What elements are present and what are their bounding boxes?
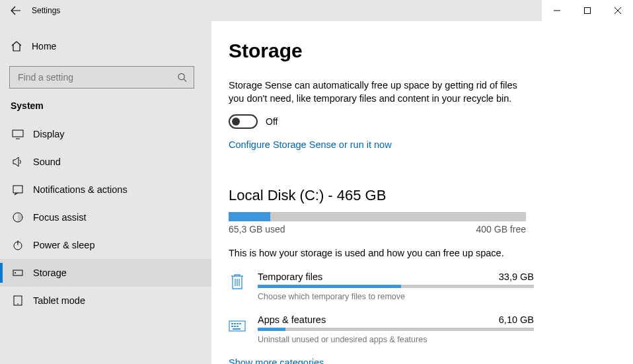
svg-rect-15 [231, 326, 233, 327]
sidebar-item-label: Tablet mode [33, 295, 85, 306]
toggle-state-label: Off [266, 116, 278, 127]
sidebar-item-label: Storage [33, 268, 67, 278]
disk-used-label: 65,3 GB used [229, 224, 285, 235]
svg-rect-2 [13, 130, 23, 137]
category-bar-fill [258, 285, 401, 288]
sidebar-item-power-sleep[interactable]: Power & sleep [0, 231, 211, 259]
sidebar-item-label: Sound [33, 157, 61, 167]
close-button[interactable] [603, 0, 633, 21]
minimize-button[interactable] [542, 0, 572, 21]
svg-rect-14 [239, 323, 241, 324]
home-label: Home [32, 41, 56, 52]
svg-point-7 [15, 272, 16, 273]
category-subtext: Uninstall unused or undesired apps & fea… [258, 335, 534, 344]
svg-rect-3 [13, 186, 22, 193]
storage-icon [12, 267, 24, 279]
svg-rect-16 [234, 326, 236, 327]
storage-sense-toggle[interactable] [229, 114, 258, 129]
search-field[interactable] [17, 71, 177, 83]
disk-usage-bar [229, 212, 526, 221]
category-bar-fill [258, 328, 285, 331]
apps-icon [229, 316, 246, 333]
category-apps-features[interactable]: Apps & features 6,10 GB Uninstall unused… [229, 314, 534, 344]
focus-assist-icon [12, 211, 24, 223]
search-icon [177, 72, 187, 83]
main-content: Storage Storage Sense can automatically … [211, 21, 633, 364]
svg-point-9 [17, 303, 19, 305]
sound-icon [12, 156, 24, 168]
svg-rect-17 [237, 326, 239, 327]
disk-labels: 65,3 GB used 400 GB free [229, 224, 526, 235]
home-nav[interactable]: Home [0, 33, 211, 59]
category-name: Apps & features [258, 314, 326, 325]
sidebar-item-storage[interactable]: Storage [0, 259, 211, 287]
category-temporary-files[interactable]: Temporary files 33,9 GB Choose which tem… [229, 272, 534, 301]
sidebar-item-label: Display [33, 129, 65, 139]
search-input[interactable] [9, 66, 194, 89]
svg-rect-13 [237, 323, 239, 324]
display-icon [12, 128, 24, 140]
disk-free-label: 400 GB free [476, 224, 527, 235]
disk-title: Local Disk (C:) - 465 GB [229, 187, 616, 204]
minimize-icon [554, 7, 560, 14]
category-size: 6,10 GB [499, 314, 534, 325]
sidebar-item-tablet-mode[interactable]: Tablet mode [0, 287, 211, 314]
storage-sense-description: Storage Sense can automatically free up … [229, 79, 519, 105]
section-label: System [0, 96, 211, 120]
arrow-left-icon [11, 5, 21, 16]
trash-icon [229, 273, 246, 290]
sidebar-item-sound[interactable]: Sound [0, 148, 211, 176]
category-size: 33,9 GB [499, 272, 534, 282]
configure-link[interactable]: Configure Storage Sense or run it now [229, 139, 392, 150]
tablet-icon [12, 295, 24, 307]
home-icon [11, 40, 22, 52]
power-icon [12, 239, 24, 251]
usage-description: This is how your storage is used and how… [229, 248, 616, 258]
svg-rect-11 [231, 323, 233, 324]
category-subtext: Choose which temporary files to remove [258, 292, 534, 301]
category-bar [258, 328, 534, 331]
close-icon [614, 7, 621, 14]
svg-rect-12 [234, 323, 236, 324]
sidebar-item-label: Notifications & actions [33, 184, 128, 195]
sidebar-item-notifications[interactable]: Notifications & actions [0, 176, 211, 203]
svg-rect-18 [233, 328, 241, 330]
maximize-icon [584, 7, 591, 14]
sidebar-item-focus-assist[interactable]: Focus assist [0, 203, 211, 231]
sidebar-item-display[interactable]: Display [0, 120, 211, 148]
sidebar-item-label: Focus assist [33, 212, 87, 223]
notifications-icon [12, 184, 24, 196]
page-title: Storage [229, 40, 616, 62]
disk-usage-fill [229, 212, 270, 221]
svg-point-1 [178, 73, 184, 79]
sidebar-item-label: Power & sleep [33, 240, 95, 250]
category-bar [258, 285, 534, 288]
back-button[interactable] [0, 0, 32, 21]
window-title: Settings [32, 6, 60, 15]
category-name: Temporary files [258, 272, 322, 282]
show-more-link[interactable]: Show more categories [229, 357, 324, 364]
maximize-button[interactable] [572, 0, 603, 21]
toggle-knob [232, 118, 240, 126]
svg-rect-0 [585, 8, 591, 14]
sidebar: Home System Display Sound Notificati [0, 21, 211, 364]
title-bar: Settings [0, 0, 633, 21]
